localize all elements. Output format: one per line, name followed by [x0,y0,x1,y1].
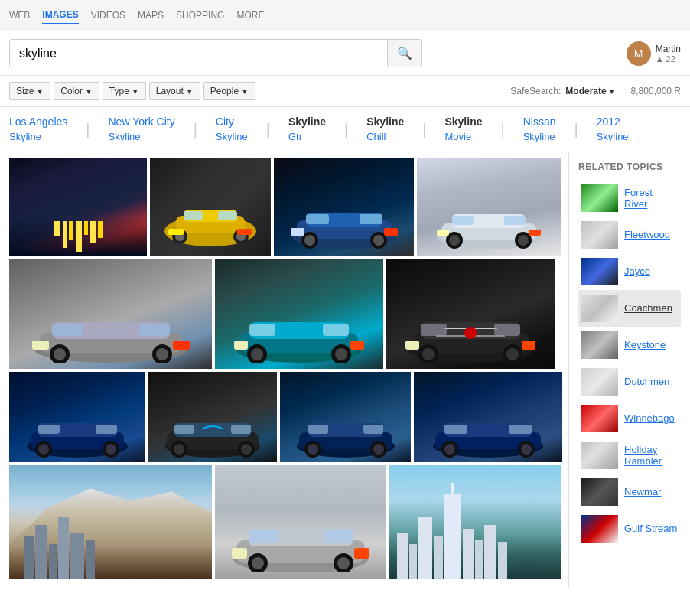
svg-point-17 [373,235,384,246]
nav-images[interactable]: IMAGES [42,6,78,24]
svg-rect-104 [509,425,532,434]
top-navigation: WEB IMAGES VIDEOS MAPS SHOPPING MORE [0,0,690,31]
svg-rect-30 [504,216,526,225]
image-cell[interactable] [280,372,411,462]
filter-layout[interactable]: Layout ▼ [149,82,200,100]
image-cell[interactable] [150,158,271,256]
nav-more[interactable]: MORE [236,7,264,24]
image-cell[interactable] [9,259,212,369]
search-input[interactable] [10,41,387,67]
svg-rect-54 [350,341,364,350]
sidebar-topic-newmar[interactable]: Newmar [578,474,681,510]
image-cell[interactable] [417,158,561,256]
filter-size[interactable]: Size ▼ [9,82,50,100]
safesearch-label: SafeSearch: [510,86,561,96]
image-cell[interactable] [414,372,562,462]
svg-rect-113 [324,530,353,543]
topic-label: Holiday Rambler [624,444,678,467]
sidebar-topic-coachmen[interactable]: Coachmen [578,290,681,327]
svg-rect-42 [32,341,49,350]
sidebar-topic-winnebago[interactable]: Winnebago [578,400,681,437]
svg-point-68 [464,327,477,339]
image-cell[interactable] [148,372,277,462]
related-term-nyc[interactable]: New York City Skyline [109,115,175,144]
image-cell[interactable] [215,465,386,579]
filter-type[interactable]: Type ▼ [103,82,146,100]
svg-rect-20 [291,228,304,236]
svg-rect-66 [405,341,419,350]
sidebar-topic-jayco[interactable]: Jayco [578,253,681,290]
main-content: RELATED TOPICS Forest River Fleetwood Ja… [0,152,690,588]
topic-thumbnail [581,331,618,359]
svg-point-109 [252,557,264,569]
sep-2: | [194,122,197,137]
image-cell[interactable] [215,259,383,369]
topic-label: Newmar [624,486,661,497]
nav-web[interactable]: WEB [9,7,30,24]
topic-label: Winnebago [624,412,675,424]
topic-thumbnail [581,478,618,506]
nav-shopping[interactable]: SHOPPING [176,7,224,24]
sidebar-topic-holiday-rambler[interactable]: Holiday Rambler [578,437,681,474]
svg-rect-77 [96,425,117,434]
svg-point-75 [106,444,116,455]
sidebar-topic-gulf-stream[interactable]: Gulf Stream [578,510,681,547]
svg-rect-41 [139,324,170,336]
image-cell[interactable] [9,372,145,462]
svg-rect-32 [529,230,541,236]
svg-point-100 [444,444,455,455]
image-cell[interactable] [274,158,414,256]
image-cell[interactable] [9,158,147,256]
svg-point-102 [521,444,532,455]
image-cell[interactable] [389,465,561,579]
nav-maps[interactable]: MAPS [138,7,164,24]
image-cell[interactable] [386,259,555,369]
svg-point-26 [449,235,460,246]
related-term-gtr[interactable]: Skyline Gtr [288,115,326,144]
filter-people[interactable]: People ▼ [203,82,255,100]
avatar[interactable]: M [627,41,651,66]
image-row-2 [9,259,562,369]
topic-thumbnail [581,405,618,432]
image-row-3 [9,372,562,462]
svg-point-111 [337,557,350,569]
topic-label: Gulf Stream [624,523,677,534]
related-term-chill[interactable]: Skyline Chill [366,115,404,144]
related-term-la[interactable]: Los Angeles Skyline [9,115,67,144]
user-count: ▲ 22 [656,54,681,64]
related-term-movie[interactable]: Skyline Movie [444,115,482,144]
svg-point-28 [518,235,529,246]
filter-color[interactable]: Color ▼ [54,82,99,100]
topic-label: Forest River [624,187,678,210]
sep-5: | [422,122,426,137]
related-term-nissan[interactable]: Nissan Skyline [523,115,556,144]
sidebar-topic-forest-river[interactable]: Forest River [578,180,681,217]
search-button[interactable]: 🔍 [387,40,421,67]
search-bar: 🔍 M Martin ▲ 22 [0,31,690,76]
image-cell[interactable] [9,465,212,579]
related-term-city[interactable]: City Skyline [216,115,248,144]
sep-1: | [86,122,90,137]
nav-videos[interactable]: VIDEOS [91,7,125,24]
topic-thumbnail [581,368,618,396]
safesearch-area: SafeSearch: Moderate ▼ [510,86,615,96]
svg-rect-76 [38,425,60,434]
topic-thumbnail [581,221,618,249]
svg-point-37 [54,348,66,360]
sidebar-topic-keystone[interactable]: Keystone [578,327,681,363]
related-term-2012[interactable]: 2012 Skyline [597,115,629,144]
svg-rect-67 [522,341,535,350]
sidebar: RELATED TOPICS Forest River Fleetwood Ja… [568,152,690,588]
sidebar-topic-fleetwood[interactable]: Fleetwood [578,217,681,253]
safesearch-value[interactable]: Moderate ▼ [565,86,615,96]
svg-point-93 [373,444,384,455]
result-count: 8,800,000 R [631,86,681,96]
svg-rect-8 [218,211,237,220]
svg-rect-95 [363,425,383,434]
svg-rect-43 [173,341,190,350]
related-terms: Los Angeles Skyline | New York City Skyl… [0,107,690,152]
svg-rect-85 [174,425,194,434]
svg-point-48 [251,348,263,360]
image-row-1 [9,158,562,256]
sidebar-topic-dutchmen[interactable]: Dutchmen [578,363,681,400]
